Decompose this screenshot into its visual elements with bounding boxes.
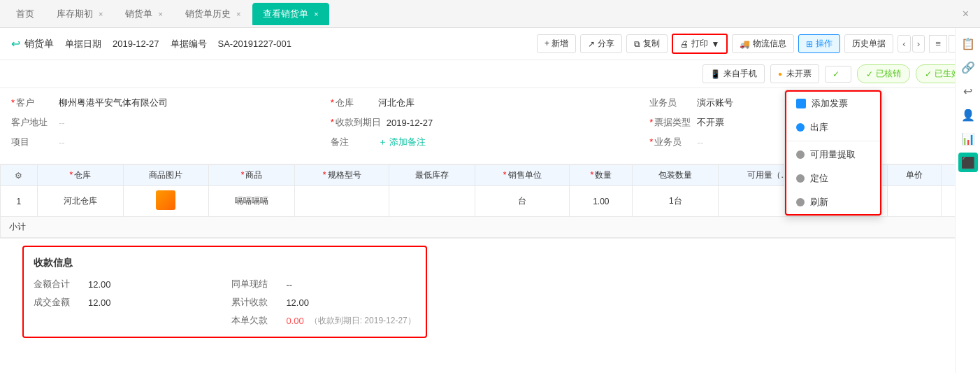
menu-available-qty[interactable]: 可用量提取 [786,143,880,167]
subtotal-row: 小计 [1,217,980,238]
menu-add-invoice[interactable]: 添加发票 [786,92,880,115]
share-icon: ↗ [588,39,595,49]
share-button[interactable]: ↗ 分享 [580,34,622,53]
tab-sales-close[interactable]: × [158,10,162,18]
tab-home-label: 首页 [16,8,34,20]
deal-amount-label: 成交金额 [34,296,82,309]
same-order-value: -- [286,279,292,290]
customer-field: *客户 柳州粤港平安气体有限公司 [11,97,331,109]
arrears-note: （收款到期日: 2019-12-27） [310,315,416,327]
tab-home[interactable]: 首页 [6,3,45,25]
staff2-label: *业务员 [649,136,691,148]
doc-title-area: ↩ 销货单 [11,37,54,50]
accumulated-row: 累计收款 12.00 [231,296,415,309]
cancelled-status: ✓ 已核销 [857,64,910,83]
menu-locate[interactable]: 定位 [786,167,880,190]
staff-label: 业务员 [649,97,691,109]
tab-sales[interactable]: 销货单 × [115,3,173,25]
due-date-label: *收款到期日 [331,116,381,129]
menu-outbound[interactable]: 出库 [786,115,880,139]
locate-icon [796,174,805,183]
view-list[interactable]: ≡ [929,35,947,52]
from-phone-label: 来自手机 [723,68,757,80]
locate-label: 定位 [810,172,828,185]
row-unit: 台 [475,186,570,217]
copy-icon: ⧉ [634,39,640,49]
gear-icon: ⚙ [15,171,22,181]
available-qty-icon [796,150,805,159]
customer-label: *客户 [11,97,53,109]
row-warehouse: 河北仓库 [37,186,123,217]
staff2-value: -- [697,137,703,148]
new-button[interactable]: + 新增 [537,34,576,53]
due-date-field: *收款到期日 2019-12-27 [331,116,650,129]
panel-expand-icon[interactable]: ⬛ [958,153,978,172]
accumulated-value: 12.00 [286,297,309,308]
not-open-button[interactable]: 未开票 [770,64,819,83]
project-value: -- [59,137,65,148]
arrears-label: 本单欠款 [231,314,280,327]
payment-section: 收款信息 金额合计 12.00 同单现结 -- 成交金额 12.00 累计收款 … [22,246,427,338]
nav-next[interactable]: › [912,35,925,52]
sub-toolbar: 📱 来自手机 未开票 ✓ 已核销 ✓ 已生效 [0,60,980,88]
effective-check: ✓ [925,69,932,79]
project-label: 项目 [11,136,53,148]
tab-bar: 首页 库存期初 × 销货单 × 销货单历史 × 查看销货单 × × [0,0,980,28]
history-button[interactable]: 历史单据 [844,34,893,53]
col-spec: *规格型号 [295,165,389,186]
operate-icon: ⊞ [806,39,813,49]
address-field: 客户地址 -- [11,116,331,129]
col-gear[interactable]: ⚙ [1,165,38,186]
payment-area: 收款信息 金额合计 12.00 同单现结 -- 成交金额 12.00 累计收款 … [0,239,980,345]
tab-view-sales-close[interactable]: × [314,10,318,18]
number-label: 单据编号 [171,38,207,50]
col-img: 商品图片 [123,165,209,186]
tab-inventory-label: 库存期初 [57,8,93,20]
logistics-button[interactable]: 🚚 物流信息 [732,34,794,53]
tab-history-close[interactable]: × [236,10,240,18]
window-close-button[interactable]: × [957,8,974,20]
remark-label: 备注 [331,136,373,148]
menu-divider-1 [786,141,880,141]
dropdown-border: 添加发票 出库 可用量提取 定位 刷新 [785,90,881,216]
copy-button[interactable]: ⧉ 复制 [626,34,668,53]
operate-button[interactable]: ⊞ 操作 [798,34,840,53]
outbound-icon [796,123,805,132]
panel-link-icon[interactable]: 🔗 [958,57,978,77]
date-label: 单据日期 [65,38,101,50]
refresh-label: 刷新 [810,196,828,209]
panel-history-icon[interactable]: ↩ [958,81,978,101]
from-phone-button[interactable]: 📱 来自手机 [702,64,765,83]
tab-inventory[interactable]: 库存期初 × [46,3,113,25]
doc-meta: 单据日期 2019-12-27 单据编号 SA-20191227-001 [65,38,291,50]
menu-refresh[interactable]: 刷新 [786,190,880,214]
available-qty-label: 可用量提取 [810,148,856,161]
col-qty: *数量 [570,165,633,186]
tab-history[interactable]: 销货单历史 × [175,3,251,25]
address-value: -- [59,118,65,128]
panel-user-icon[interactable]: 👤 [958,105,978,125]
number-value: SA-20191227-001 [218,38,292,49]
confirm-button[interactable] [825,66,851,83]
refresh-icon [796,198,805,206]
tab-inventory-close[interactable]: × [99,10,103,18]
row-spec [295,186,389,217]
copy-label: 复制 [643,38,660,50]
tab-view-sales[interactable]: 查看销货单 × [252,3,329,25]
address-label: 客户地址 [11,116,53,129]
operate-label: 操作 [816,38,833,50]
accumulated-label: 累计收款 [231,296,280,309]
nav-prev[interactable]: ‹ [898,35,910,52]
history-label: 历史单据 [852,38,886,50]
add-remark-button[interactable]: ＋ 添加备注 [378,136,426,148]
not-open-label: 未开票 [786,68,812,80]
print-label: 打印 [691,38,708,50]
row-min-stock [389,186,475,217]
add-invoice-label: 添加发票 [812,97,848,110]
project-field: 项目 -- [11,136,331,148]
col-unit: *销售单位 [475,165,570,186]
phone-icon: 📱 [710,69,721,79]
panel-chart-icon[interactable]: 📊 [958,129,978,148]
panel-notes-icon[interactable]: 📋 [958,34,978,53]
print-button[interactable]: 🖨 打印 ▼ [672,34,728,54]
